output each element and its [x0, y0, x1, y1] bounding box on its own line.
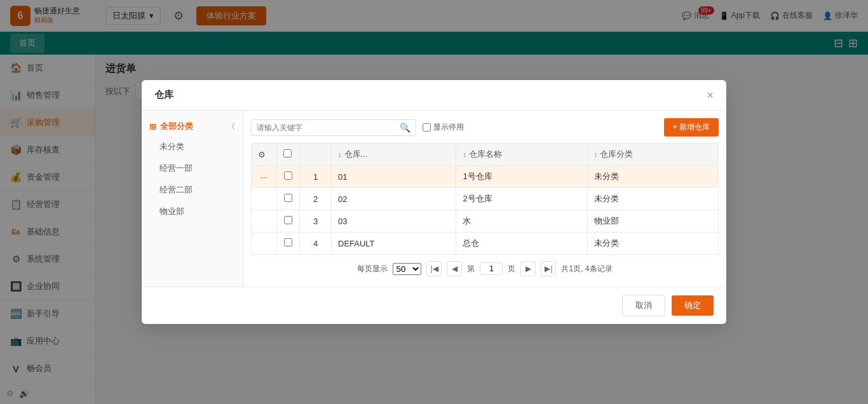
- category-sidebar: ⊞ 全部分类 《 未分类 经营一部 经营二部 物业部: [142, 111, 243, 286]
- row-name-cell: 2号仓库: [456, 188, 587, 210]
- grid-icon: ⊞: [149, 122, 156, 131]
- col-header-name[interactable]: ↕仓库名称: [456, 144, 587, 166]
- row-num-cell: 3: [300, 210, 332, 232]
- sort-icon-name: ↕: [463, 151, 466, 158]
- cat-item-property[interactable]: 物业部: [142, 201, 243, 222]
- row-category-cell: 未分类: [587, 188, 718, 210]
- warehouse-modal: 仓库 × ⊞ 全部分类 《 未分类 经营一部 经营二部 物业部: [142, 80, 726, 324]
- cat-item-dept2[interactable]: 经营二部: [142, 179, 243, 201]
- col-header-num: [300, 144, 332, 166]
- col-header-code[interactable]: ↕仓库...: [332, 144, 456, 166]
- per-page-label: 每页显示: [357, 264, 388, 274]
- search-input[interactable]: [257, 123, 400, 132]
- table-row[interactable]: 2 02 2号仓库 未分类: [252, 188, 719, 210]
- row-checkbox[interactable]: [284, 216, 292, 224]
- row-category-cell: 未分类: [587, 232, 718, 255]
- row-name-cell: 1号仓库: [456, 166, 587, 188]
- table-row[interactable]: 3 03 水 物业部: [252, 210, 719, 232]
- show-disabled-label: 显示停用: [423, 122, 464, 133]
- col-header-gear: ⚙: [252, 144, 277, 166]
- col-header-category[interactable]: ↕仓库分类: [587, 144, 718, 166]
- search-icon: 🔍: [400, 123, 410, 133]
- col-header-check: [277, 144, 300, 166]
- cat-item-unclassified[interactable]: 未分类: [142, 136, 243, 158]
- cancel-button[interactable]: 取消: [622, 295, 665, 316]
- first-page-button[interactable]: |◀: [426, 261, 442, 276]
- per-page-select[interactable]: 50 100 200: [393, 263, 421, 275]
- modal-footer: 取消 确定: [142, 286, 726, 324]
- modal-header: 仓库 ×: [142, 80, 726, 111]
- cat-item-dept1[interactable]: 经营一部: [142, 158, 243, 179]
- modal-overlay: 仓库 × ⊞ 全部分类 《 未分类 经营一部 经营二部 物业部: [0, 0, 868, 404]
- table-row[interactable]: 4 DEFAULT 总仓 未分类: [252, 232, 719, 255]
- next-page-button[interactable]: ▶: [520, 261, 536, 276]
- row-checkbox[interactable]: [284, 194, 292, 202]
- row-code-cell: 03: [332, 210, 456, 232]
- page-number-input[interactable]: [480, 262, 503, 275]
- search-box: 🔍: [251, 119, 416, 136]
- warehouse-table: ⚙ ↕仓库... ↕仓库名称 ↕仓库分类: [251, 143, 719, 255]
- row-num-cell: 4: [300, 232, 332, 255]
- all-categories-label: ⊞ 全部分类: [149, 121, 193, 132]
- row-gear-cell: [252, 210, 277, 232]
- row-code-cell: 01: [332, 166, 456, 188]
- row-name-cell: 水: [456, 210, 587, 232]
- table-toolbar: 🔍 显示停用 + 新增仓库: [251, 118, 719, 137]
- prev-page-button[interactable]: ◀: [447, 261, 462, 276]
- confirm-button[interactable]: 确定: [672, 295, 714, 316]
- total-info: 共1页, 4条记录: [561, 264, 612, 274]
- row-check-cell[interactable]: [277, 166, 300, 188]
- row-checkbox[interactable]: [284, 172, 292, 180]
- row-gear-cell: [252, 232, 277, 255]
- row-code-cell: 02: [332, 188, 456, 210]
- last-page-button[interactable]: ▶|: [541, 261, 556, 276]
- select-all-checkbox[interactable]: [283, 149, 292, 158]
- page-label-suffix: 页: [508, 264, 515, 274]
- pagination: 每页显示 50 100 200 |◀ ◀ 第 页 ▶ ▶| 共1页, 4条记录: [251, 255, 719, 279]
- row-category-cell: 未分类: [587, 166, 718, 188]
- sort-icon: ↕: [338, 151, 342, 158]
- table-row[interactable]: ··· 1 01 1号仓库 未分类: [252, 166, 719, 188]
- modal-close-button[interactable]: ×: [707, 90, 714, 101]
- row-category-cell: 物业部: [587, 210, 718, 232]
- page-label-prefix: 第: [467, 264, 475, 274]
- row-check-cell[interactable]: [277, 210, 300, 232]
- modal-title: 仓库: [154, 89, 173, 101]
- collapse-icon[interactable]: 《: [227, 121, 235, 132]
- row-gear-cell: ···: [252, 166, 277, 188]
- row-check-cell[interactable]: [277, 232, 300, 255]
- modal-body: ⊞ 全部分类 《 未分类 经营一部 经营二部 物业部 🔍: [142, 111, 726, 286]
- row-num-cell: 1: [300, 166, 332, 188]
- table-header-row: ⚙ ↕仓库... ↕仓库名称 ↕仓库分类: [252, 144, 719, 166]
- row-checkbox[interactable]: [284, 238, 292, 246]
- show-disabled-checkbox[interactable]: [423, 123, 431, 131]
- row-gear-cell: [252, 188, 277, 210]
- row-name-cell: 总仓: [456, 232, 587, 255]
- table-area: 🔍 显示停用 + 新增仓库 ⚙: [243, 111, 726, 286]
- row-check-cell[interactable]: [277, 188, 300, 210]
- row-num-cell: 2: [300, 188, 332, 210]
- add-warehouse-button[interactable]: + 新增仓库: [664, 118, 719, 137]
- all-categories-header[interactable]: ⊞ 全部分类 《: [142, 117, 243, 136]
- row-code-cell: DEFAULT: [332, 232, 456, 255]
- sort-icon-cat: ↕: [594, 151, 598, 158]
